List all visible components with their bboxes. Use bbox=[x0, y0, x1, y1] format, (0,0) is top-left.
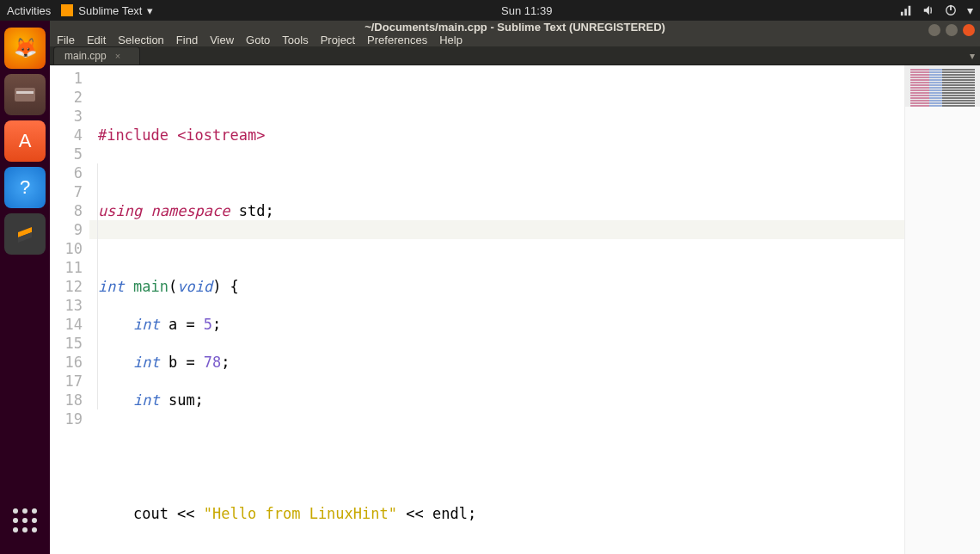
window-title: ~/Documents/main.cpp - Sublime Text (UNR… bbox=[364, 21, 665, 34]
close-button[interactable] bbox=[963, 24, 975, 36]
sublime-window: ~/Documents/main.cpp - Sublime Text (UNR… bbox=[50, 21, 980, 554]
tabbar: main.cpp × ▾ bbox=[50, 46, 980, 65]
clock[interactable]: Sun 11:39 bbox=[153, 4, 900, 17]
tab-label: main.cpp bbox=[64, 50, 107, 62]
window-titlebar[interactable]: ~/Documents/main.cpp - Sublime Text (UNR… bbox=[50, 21, 980, 34]
code-area[interactable]: #include <iostream> using namespace std;… bbox=[89, 65, 904, 554]
svg-rect-2 bbox=[909, 6, 911, 15]
current-line-highlight bbox=[89, 220, 904, 239]
svg-rect-4 bbox=[950, 5, 952, 10]
launcher-help[interactable]: ? bbox=[4, 167, 46, 208]
chevron-down-icon: ▾ bbox=[147, 4, 153, 17]
tab-close-icon[interactable]: × bbox=[115, 51, 120, 61]
svg-rect-1 bbox=[904, 9, 907, 15]
svg-rect-0 bbox=[901, 12, 903, 15]
maximize-button[interactable] bbox=[946, 24, 958, 36]
system-tray[interactable]: ▾ bbox=[900, 3, 973, 17]
minimap[interactable] bbox=[904, 65, 980, 554]
gnome-topbar: Activities Sublime Text ▾ Sun 11:39 ▾ bbox=[0, 0, 980, 21]
sublime-icon bbox=[61, 4, 73, 16]
activities-button[interactable]: Activities bbox=[7, 4, 51, 17]
chevron-down-icon: ▾ bbox=[967, 3, 973, 17]
launcher-software[interactable]: A bbox=[4, 120, 46, 162]
volume-icon bbox=[922, 4, 934, 16]
menu-goto[interactable]: Goto bbox=[246, 34, 270, 46]
menu-preferences[interactable]: Preferences bbox=[367, 34, 427, 46]
menu-find[interactable]: Find bbox=[176, 34, 198, 46]
menubar: File Edit Selection Find View Goto Tools… bbox=[50, 34, 980, 46]
svg-rect-5 bbox=[15, 88, 35, 102]
editor[interactable]: 12345678910111213141516171819 #include <… bbox=[50, 65, 980, 554]
network-icon bbox=[900, 4, 912, 16]
tab-dropdown-icon[interactable]: ▾ bbox=[970, 50, 975, 62]
menu-help[interactable]: Help bbox=[439, 34, 462, 46]
power-icon bbox=[945, 4, 957, 16]
launcher-sublime[interactable] bbox=[4, 213, 46, 255]
menu-tools[interactable]: Tools bbox=[282, 34, 308, 46]
menu-project[interactable]: Project bbox=[321, 34, 355, 46]
minimap-content bbox=[905, 65, 980, 111]
menu-selection[interactable]: Selection bbox=[118, 34, 163, 46]
launcher-files[interactable] bbox=[4, 74, 46, 115]
ubuntu-launcher: 🦊 A ? bbox=[0, 21, 50, 554]
minimize-button[interactable] bbox=[928, 24, 940, 36]
menu-file[interactable]: File bbox=[57, 34, 75, 46]
gutter: 12345678910111213141516171819 bbox=[50, 65, 89, 554]
svg-rect-6 bbox=[16, 91, 34, 94]
launcher-firefox[interactable]: 🦊 bbox=[4, 28, 46, 69]
menu-edit[interactable]: Edit bbox=[87, 34, 106, 46]
menu-view[interactable]: View bbox=[210, 34, 234, 46]
app-indicator-label: Sublime Text bbox=[78, 4, 142, 17]
show-applications[interactable] bbox=[4, 500, 46, 541]
app-indicator[interactable]: Sublime Text ▾ bbox=[61, 4, 153, 17]
tab-main-cpp[interactable]: main.cpp × bbox=[53, 46, 140, 65]
